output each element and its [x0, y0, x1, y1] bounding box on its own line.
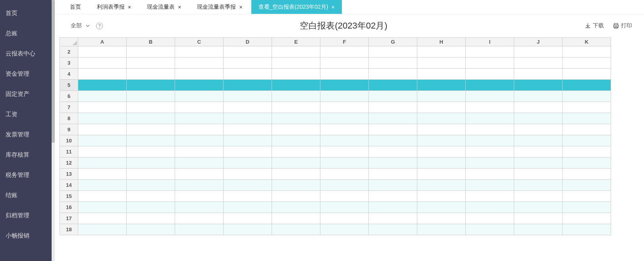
cell-F10[interactable]: [320, 135, 369, 146]
cell-C14[interactable]: [175, 180, 224, 191]
row-header-12[interactable]: 12: [60, 157, 78, 169]
cell-B6[interactable]: [127, 91, 175, 102]
cell-K18[interactable]: [563, 224, 611, 235]
cell-D6[interactable]: [224, 91, 272, 102]
cell-F15[interactable]: [320, 191, 369, 202]
cell-K9[interactable]: [563, 124, 611, 135]
sidebar-item-1[interactable]: 总账: [0, 23, 52, 44]
cell-E13[interactable]: [272, 169, 320, 180]
cell-E5[interactable]: [272, 80, 320, 91]
cell-K14[interactable]: [563, 180, 611, 191]
cell-G15[interactable]: [369, 191, 417, 202]
row-header-9[interactable]: 9: [60, 124, 78, 135]
cell-G7[interactable]: [369, 102, 417, 113]
tab-0[interactable]: 首页: [63, 0, 88, 14]
cell-B3[interactable]: [127, 58, 175, 69]
close-icon[interactable]: ×: [128, 4, 131, 10]
cell-D2[interactable]: [224, 46, 272, 58]
row-header-5[interactable]: 5: [60, 80, 78, 91]
cell-F7[interactable]: [320, 102, 369, 113]
cell-F13[interactable]: [320, 169, 369, 180]
cell-H6[interactable]: [417, 91, 466, 102]
cell-D17[interactable]: [224, 213, 272, 224]
cell-J3[interactable]: [514, 58, 563, 69]
cell-C9[interactable]: [175, 124, 224, 135]
cell-F18[interactable]: [320, 224, 369, 235]
cell-B18[interactable]: [127, 224, 175, 235]
cell-C3[interactable]: [175, 58, 224, 69]
cell-K15[interactable]: [563, 191, 611, 202]
sidebar-scrollbar[interactable]: [52, 0, 55, 261]
cell-K8[interactable]: [563, 113, 611, 124]
spreadsheet[interactable]: ABCDEFGHIJK23456789101112131415161718: [55, 37, 644, 261]
sidebar-item-6[interactable]: 发票管理: [0, 125, 52, 145]
cell-K3[interactable]: [563, 58, 611, 69]
cell-D11[interactable]: [224, 146, 272, 157]
cell-E14[interactable]: [272, 180, 320, 191]
cell-H7[interactable]: [417, 102, 466, 113]
cell-I5[interactable]: [466, 80, 514, 91]
cell-E17[interactable]: [272, 213, 320, 224]
filter-dropdown[interactable]: 全部 ?: [71, 22, 103, 29]
cell-K13[interactable]: [563, 169, 611, 180]
cell-F8[interactable]: [320, 113, 369, 124]
cell-C8[interactable]: [175, 113, 224, 124]
cell-C15[interactable]: [175, 191, 224, 202]
cell-F2[interactable]: [320, 46, 369, 58]
cell-J4[interactable]: [514, 69, 563, 80]
cell-I3[interactable]: [466, 58, 514, 69]
cell-A3[interactable]: [78, 58, 127, 69]
row-header-16[interactable]: 16: [60, 202, 78, 213]
cell-K12[interactable]: [563, 157, 611, 169]
cell-D8[interactable]: [224, 113, 272, 124]
cell-A2[interactable]: [78, 46, 127, 58]
cell-I15[interactable]: [466, 191, 514, 202]
cell-A13[interactable]: [78, 169, 127, 180]
cell-F5[interactable]: [320, 80, 369, 91]
cell-K4[interactable]: [563, 69, 611, 80]
cell-H15[interactable]: [417, 191, 466, 202]
cell-C13[interactable]: [175, 169, 224, 180]
cell-D12[interactable]: [224, 157, 272, 169]
cell-E15[interactable]: [272, 191, 320, 202]
column-header-I[interactable]: I: [466, 38, 514, 46]
cell-E18[interactable]: [272, 224, 320, 235]
cell-G3[interactable]: [369, 58, 417, 69]
cell-C7[interactable]: [175, 102, 224, 113]
sidebar-item-4[interactable]: 固定资产: [0, 84, 52, 104]
cell-E16[interactable]: [272, 202, 320, 213]
cell-C12[interactable]: [175, 157, 224, 169]
cell-H14[interactable]: [417, 180, 466, 191]
cell-C10[interactable]: [175, 135, 224, 146]
cell-E7[interactable]: [272, 102, 320, 113]
close-icon[interactable]: ×: [178, 4, 181, 10]
column-header-D[interactable]: D: [224, 38, 272, 46]
close-icon[interactable]: ×: [239, 4, 242, 10]
column-header-G[interactable]: G: [369, 38, 417, 46]
cell-E10[interactable]: [272, 135, 320, 146]
row-header-17[interactable]: 17: [60, 213, 78, 224]
cell-I9[interactable]: [466, 124, 514, 135]
cell-B10[interactable]: [127, 135, 175, 146]
cell-B15[interactable]: [127, 191, 175, 202]
cell-J18[interactable]: [514, 224, 563, 235]
cell-F9[interactable]: [320, 124, 369, 135]
cell-I11[interactable]: [466, 146, 514, 157]
row-header-2[interactable]: 2: [60, 46, 78, 58]
row-header-11[interactable]: 11: [60, 146, 78, 157]
cell-K6[interactable]: [563, 91, 611, 102]
cell-H11[interactable]: [417, 146, 466, 157]
cell-A8[interactable]: [78, 113, 127, 124]
cell-G10[interactable]: [369, 135, 417, 146]
cell-H3[interactable]: [417, 58, 466, 69]
cell-I8[interactable]: [466, 113, 514, 124]
cell-A5[interactable]: [78, 80, 127, 91]
cell-H10[interactable]: [417, 135, 466, 146]
cell-I4[interactable]: [466, 69, 514, 80]
tab-3[interactable]: 现金流量表季报×: [190, 0, 249, 14]
cell-D15[interactable]: [224, 191, 272, 202]
download-button[interactable]: 下载: [584, 22, 604, 29]
column-header-C[interactable]: C: [175, 38, 224, 46]
cell-E8[interactable]: [272, 113, 320, 124]
sheet-corner[interactable]: [60, 38, 78, 46]
